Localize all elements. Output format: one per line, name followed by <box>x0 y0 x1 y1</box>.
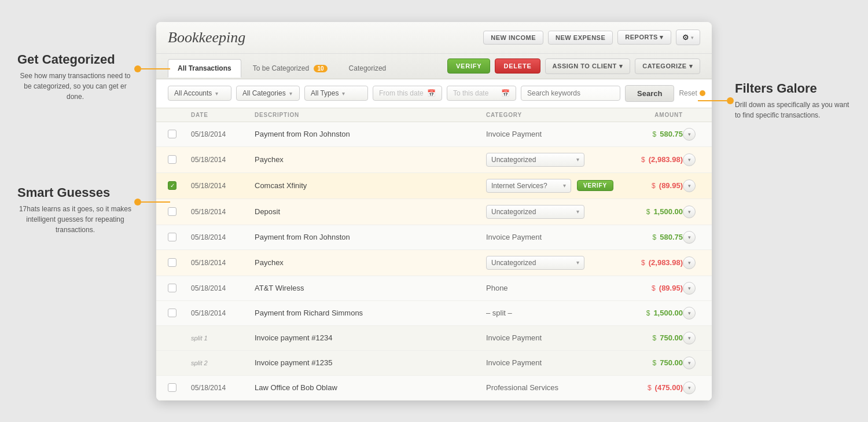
page-wrapper: Get Categorized See how many transaction… <box>0 0 868 422</box>
row11-checkbox[interactable] <box>168 383 176 392</box>
row3-date: 05/18/2014 <box>191 182 255 190</box>
row5-action-button[interactable]: ▾ <box>683 231 696 244</box>
card-header: Bookkeeping NEW INCOME NEW EXPENSE REPOR… <box>156 22 712 54</box>
new-income-button[interactable]: NEW INCOME <box>483 31 543 45</box>
accounts-label: All Accounts <box>174 89 212 97</box>
row4-action-button[interactable]: ▾ <box>683 206 696 218</box>
row10-amount: $ 750.00 <box>613 358 683 367</box>
arrow-line-right <box>698 100 727 101</box>
arrow-line-left-bottom <box>141 201 170 203</box>
row3-description: Comcast Xfinity <box>255 181 486 190</box>
app-title: Bookkeeping <box>168 29 245 46</box>
row7-checkbox[interactable] <box>168 284 176 292</box>
row8-description: Payment from Richard Simmons <box>255 309 486 317</box>
calendar-to-icon: 📅 <box>501 89 510 97</box>
row9-amount-value: 750.00 <box>660 333 683 342</box>
row11-category: Professional Services <box>486 383 613 392</box>
row1-action-button[interactable]: ▾ <box>683 128 696 141</box>
delete-button[interactable]: DELETE <box>495 58 540 74</box>
to-date-filter[interactable]: To this date 📅 <box>447 86 516 101</box>
categorize-button[interactable]: CATEGORIZE ▾ <box>635 58 700 74</box>
categories-filter[interactable]: All Categories ▾ <box>236 86 300 101</box>
table-row: split 1 Invoice payment #1234 Invoice Pa… <box>156 326 712 351</box>
row8-action-button[interactable]: ▾ <box>683 307 696 320</box>
row5-amount: $ 580.75 <box>613 233 683 241</box>
categorize-chevron: ▾ <box>689 63 693 70</box>
reports-button[interactable]: REPORTS ▾ <box>617 30 671 45</box>
to-date-label: To this date <box>453 89 488 97</box>
row8-checkbox[interactable] <box>168 309 176 317</box>
tab-to-be-categorized[interactable]: To be Categorized 10 <box>243 59 337 78</box>
row3-checkbox[interactable] <box>168 181 176 190</box>
assign-to-client-button[interactable]: ASSIGN TO CLIENT ▾ <box>545 58 631 74</box>
row4-amount-value: 1,500.00 <box>653 207 683 216</box>
row5-amount-value: 580.75 <box>660 233 683 241</box>
row2-checkbox[interactable] <box>168 155 176 164</box>
settings-button[interactable]: ⚙ ▾ <box>676 30 700 45</box>
row4-checkbox[interactable] <box>168 207 176 216</box>
row3-category-dropdown[interactable]: Internet Services? ▾ <box>486 179 571 193</box>
row6-category-dropdown[interactable]: Uncategorized ▾ <box>486 256 584 270</box>
row6-category-label: Uncategorized <box>491 259 536 267</box>
row2-action-button[interactable]: ▾ <box>683 153 696 166</box>
row4-category-label: Uncategorized <box>491 208 536 216</box>
row5-checkbox[interactable] <box>168 233 176 241</box>
row11-action-button[interactable]: ▾ <box>683 381 696 394</box>
tab-categorized[interactable]: Categorized <box>339 59 396 78</box>
header-buttons: NEW INCOME NEW EXPENSE REPORTS ▾ ⚙ ▾ <box>483 30 700 45</box>
table-row: 05/18/2014 Comcast Xfinity Internet Serv… <box>156 173 712 199</box>
table-row: 05/18/2014 Paychex Uncategorized ▾ $ (2,… <box>156 250 712 276</box>
row1-amount-value: 580.75 <box>660 130 683 138</box>
tab-all-transactions[interactable]: All Transactions <box>168 59 241 78</box>
row3-category: Internet Services? ▾ VERIFY <box>486 179 613 193</box>
gear-chevron: ▾ <box>691 35 694 41</box>
types-filter[interactable]: All Types ▾ <box>304 86 368 101</box>
row1-checkbox[interactable] <box>168 130 176 138</box>
row3-verify-button[interactable]: VERIFY <box>577 180 613 191</box>
row2-dollar-icon: $ <box>641 156 645 164</box>
row6-action-button[interactable]: ▾ <box>683 256 696 269</box>
assign-label: ASSIGN TO CLIENT <box>553 63 617 69</box>
reset-dot-icon <box>700 90 705 96</box>
table-row: 05/18/2014 Payment from Ron Johnston Inv… <box>156 225 712 250</box>
row2-category-chevron-icon: ▾ <box>576 156 579 163</box>
reset-label: Reset <box>679 89 697 97</box>
table-row: split 2 Invoice payment #1235 Invoice Pa… <box>156 351 712 376</box>
row7-dollar-icon: $ <box>652 284 656 292</box>
annotation-right-body: Drill down as specifically as you want t… <box>735 100 851 120</box>
new-expense-button[interactable]: NEW EXPENSE <box>548 31 613 45</box>
row9-action-button[interactable]: ▾ <box>683 332 696 344</box>
row4-amount: $ 1,500.00 <box>613 207 683 216</box>
row3-category-chevron-icon: ▾ <box>563 182 566 189</box>
annotation-left-top-title: Get Categorized <box>17 52 133 67</box>
table-row: 05/18/2014 Law Office of Bob Oblaw Profe… <box>156 376 712 401</box>
col-date-header: DATE <box>191 112 255 118</box>
row5-category: Invoice Payment <box>486 233 613 241</box>
annotation-filters-galore: Filters Galore Drill down as specificall… <box>735 81 851 120</box>
row6-amount: $ (2,983.98) <box>613 258 683 267</box>
tabs-left: All Transactions To be Categorized 10 Ca… <box>168 54 398 78</box>
row3-action-button[interactable]: ▾ <box>683 179 696 192</box>
row6-checkbox[interactable] <box>168 258 176 267</box>
row6-category-chevron-icon: ▾ <box>576 259 579 266</box>
row10-action-button[interactable]: ▾ <box>683 357 696 369</box>
search-button[interactable]: Search <box>625 85 674 102</box>
accounts-filter[interactable]: All Accounts ▾ <box>168 86 231 101</box>
row3-amount: $ (89.95) <box>613 181 683 190</box>
row8-amount: $ 1,500.00 <box>613 309 683 317</box>
reset-button[interactable]: Reset <box>679 89 705 97</box>
row7-action-button[interactable]: ▾ <box>683 282 696 295</box>
assign-chevron: ▾ <box>619 63 623 70</box>
arrow-line-left-top <box>141 68 170 69</box>
search-input[interactable] <box>521 86 620 101</box>
row4-description: Deposit <box>255 207 486 216</box>
row7-amount-value: (89.95) <box>659 284 683 292</box>
row6-amount-value: (2,983.98) <box>649 258 683 267</box>
row4-category-dropdown[interactable]: Uncategorized ▾ <box>486 205 584 219</box>
row7-date: 05/18/2014 <box>191 284 255 292</box>
row8-date: 05/18/2014 <box>191 309 255 317</box>
from-date-filter[interactable]: From this date 📅 <box>373 86 442 101</box>
row2-category-dropdown[interactable]: Uncategorized ▾ <box>486 153 584 167</box>
verify-button[interactable]: VERIFY <box>447 58 491 74</box>
row10-amount-value: 750.00 <box>660 358 683 367</box>
